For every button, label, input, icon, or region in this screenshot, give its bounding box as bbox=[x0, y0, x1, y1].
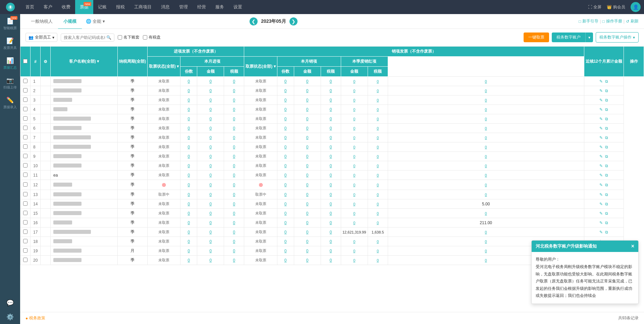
sidebar-item-smart-ticket[interactable]: 📄 智能税票 new bbox=[0, 14, 20, 34]
app-logo[interactable] bbox=[3, 0, 17, 14]
sidebar-item-gear[interactable]: ⚙️ bbox=[0, 310, 20, 324]
nav-manage[interactable]: 管理 bbox=[174, 0, 193, 14]
tab-general-taxpayer[interactable]: 一般纳税人 bbox=[25, 14, 58, 29]
new-guide-link[interactable]: 新手引导 bbox=[582, 18, 598, 24]
row-checkbox[interactable] bbox=[20, 171, 31, 180]
edit-btn[interactable]: ✎ bbox=[599, 88, 603, 93]
row-checkbox[interactable] bbox=[20, 152, 31, 161]
sidebar-item-ticket-entry[interactable]: ✏️ 票据录入 bbox=[0, 93, 20, 113]
edit-btn[interactable]: ✎ bbox=[599, 126, 603, 131]
tab-small-scale[interactable]: 小规模 bbox=[58, 14, 82, 29]
user-avatar[interactable]: 👤 bbox=[631, 2, 641, 12]
digital-account-dropdown-btn[interactable]: ▾ bbox=[585, 33, 593, 42]
nav-operation[interactable]: 经营 bbox=[193, 0, 211, 14]
operation-manual-link[interactable]: 操作手册 bbox=[606, 18, 622, 24]
edit-btn[interactable]: ✎ bbox=[599, 107, 603, 112]
digital-account-btn[interactable]: 税务数字账户 bbox=[552, 33, 585, 42]
row-checkbox[interactable] bbox=[20, 246, 31, 256]
row-checkbox[interactable] bbox=[20, 86, 31, 95]
tab-all[interactable]: 🌐 全能 ▾ bbox=[82, 14, 109, 29]
nav-ticket[interactable]: 票据 new bbox=[75, 0, 93, 14]
has-tax-disk-filter[interactable]: 有税盘 bbox=[143, 35, 161, 40]
th-out-fetch-status[interactable]: 取票状态(全部) ▾ bbox=[244, 57, 277, 77]
nav-accounting[interactable]: 记账 bbox=[93, 0, 111, 14]
prev-date-btn[interactable]: ❮ bbox=[250, 17, 258, 25]
sidebar-item-invoice-open[interactable]: 📝 发票开具 bbox=[0, 34, 20, 54]
nav-home[interactable]: 首页 bbox=[21, 0, 39, 14]
copy-btn[interactable]: ⧉ bbox=[605, 107, 608, 112]
fullscreen-btn[interactable]: ⛶ 全屏 bbox=[588, 4, 601, 10]
edit-btn[interactable]: ✎ bbox=[599, 230, 603, 235]
edit-btn[interactable]: ✎ bbox=[599, 220, 603, 225]
copy-btn[interactable]: ⧉ bbox=[605, 98, 608, 103]
copy-btn[interactable]: ⧉ bbox=[605, 192, 608, 197]
copy-btn[interactable]: ⧉ bbox=[605, 202, 608, 206]
digital-account-ops-btn[interactable]: 税务数字账户操作 ▾ bbox=[596, 32, 639, 43]
edit-btn[interactable]: ✎ bbox=[599, 135, 603, 140]
row-checkbox[interactable] bbox=[20, 256, 31, 265]
tax-policy-link[interactable]: 税务政策 bbox=[29, 315, 45, 321]
my-accounts-filter[interactable]: 名下账套 bbox=[118, 35, 140, 40]
edit-btn[interactable]: ✎ bbox=[599, 164, 603, 168]
copy-btn[interactable]: ⧉ bbox=[605, 135, 608, 140]
row-checkbox[interactable] bbox=[20, 228, 31, 237]
copy-btn[interactable]: ⧉ bbox=[605, 88, 608, 93]
copy-btn[interactable]: ⧉ bbox=[605, 126, 608, 131]
edit-btn[interactable]: ✎ bbox=[599, 202, 603, 206]
nav-service[interactable]: 服务 bbox=[211, 0, 229, 14]
edit-btn[interactable]: ✎ bbox=[599, 173, 603, 178]
edit-btn[interactable]: ✎ bbox=[599, 98, 603, 103]
copy-btn[interactable]: ⧉ bbox=[605, 154, 608, 159]
copy-btn[interactable]: ⧉ bbox=[605, 79, 608, 84]
row-checkbox[interactable] bbox=[20, 209, 31, 218]
nav-fee[interactable]: 收费 bbox=[57, 0, 75, 14]
vip-btn[interactable]: 👑 购会员 bbox=[607, 4, 625, 10]
nav-business[interactable]: 工商项目 bbox=[129, 0, 156, 14]
copy-btn[interactable]: ⧉ bbox=[605, 220, 608, 225]
row-checkbox[interactable] bbox=[20, 237, 31, 246]
my-accounts-checkbox[interactable] bbox=[118, 35, 122, 40]
copy-btn[interactable]: ⧉ bbox=[605, 145, 608, 149]
row-checkbox[interactable] bbox=[20, 180, 31, 190]
nav-message[interactable]: 消息 bbox=[156, 0, 174, 14]
row-checkbox[interactable] bbox=[20, 133, 31, 142]
employee-filter[interactable]: 👥 全部员工 ▾ bbox=[25, 33, 57, 42]
row-checkbox[interactable] bbox=[20, 77, 31, 86]
edit-btn[interactable]: ✎ bbox=[599, 183, 603, 187]
row-checkbox[interactable] bbox=[20, 199, 31, 209]
copy-btn[interactable]: ⧉ bbox=[605, 173, 608, 178]
refresh-link[interactable]: 刷新 bbox=[631, 18, 639, 24]
select-all-checkbox[interactable] bbox=[23, 59, 28, 63]
edit-btn[interactable]: ✎ bbox=[599, 79, 603, 84]
th-client-name[interactable]: 客户名称(全部) ▾ bbox=[51, 47, 118, 77]
row-checkbox[interactable] bbox=[20, 105, 31, 114]
th-tax-period[interactable]: 纳税周期(全部) bbox=[118, 47, 148, 77]
notification-close-btn[interactable]: × bbox=[631, 243, 634, 249]
row-checkbox[interactable] bbox=[20, 124, 31, 133]
copy-btn[interactable]: ⧉ bbox=[605, 230, 608, 235]
sidebar-item-ticket-summary[interactable]: 📊 票据汇总 bbox=[0, 54, 20, 73]
edit-btn[interactable]: ✎ bbox=[599, 154, 603, 159]
row-checkbox[interactable] bbox=[20, 161, 31, 171]
copy-btn[interactable]: ⧉ bbox=[605, 183, 608, 187]
copy-btn[interactable]: ⧉ bbox=[605, 164, 608, 168]
edit-btn[interactable]: ✎ bbox=[599, 192, 603, 197]
sidebar-item-scan-upload[interactable]: 📷 扫描上传 bbox=[0, 73, 20, 93]
copy-btn[interactable]: ⧉ bbox=[605, 211, 608, 216]
sidebar-item-chat[interactable]: 💬 bbox=[0, 296, 20, 310]
search-input[interactable] bbox=[64, 35, 105, 40]
edit-btn[interactable]: ✎ bbox=[599, 117, 603, 121]
next-date-btn[interactable]: ❯ bbox=[289, 17, 298, 25]
nav-tax[interactable]: 报税 bbox=[111, 0, 129, 14]
edit-btn[interactable]: ✎ bbox=[599, 145, 603, 149]
row-checkbox[interactable] bbox=[20, 95, 31, 105]
row-checkbox[interactable] bbox=[20, 218, 31, 228]
row-checkbox[interactable] bbox=[20, 114, 31, 124]
th-in-fetch-status[interactable]: 取票状态(全部) ▾ bbox=[148, 57, 180, 77]
edit-btn[interactable]: ✎ bbox=[599, 211, 603, 216]
copy-btn[interactable]: ⧉ bbox=[605, 117, 608, 121]
has-tax-disk-checkbox[interactable] bbox=[143, 35, 147, 40]
one-click-fetch-btn[interactable]: 一键取票 bbox=[524, 33, 549, 42]
nav-client[interactable]: 客户 bbox=[39, 0, 57, 14]
nav-settings[interactable]: 设置 bbox=[229, 0, 247, 14]
